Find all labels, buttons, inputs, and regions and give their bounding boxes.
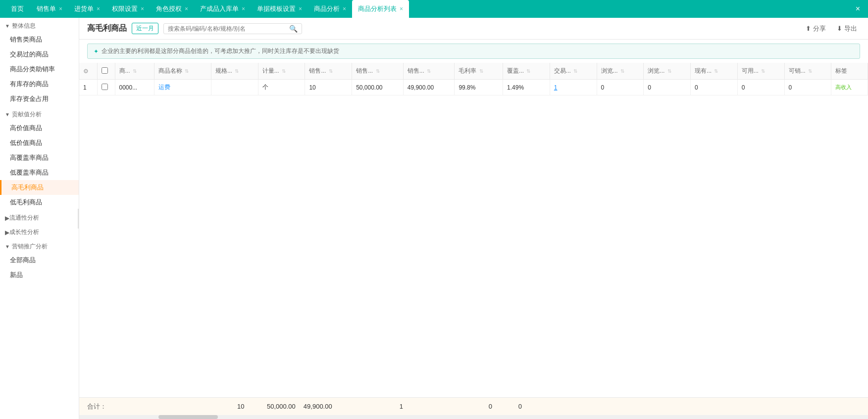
footer-current-stock: 0 xyxy=(485,403,514,410)
sidebar-item-low-freq[interactable]: 低覆盖率商品 xyxy=(0,165,79,180)
tab-permission-settings[interactable]: 权限设置 × xyxy=(106,0,150,18)
sidebar-group-flow-analysis[interactable]: ▶ 流通性分析 xyxy=(0,210,79,224)
sales-qty-cell: 10 xyxy=(305,80,352,95)
row-index-cell: 1 xyxy=(79,80,97,95)
sort-icon-11[interactable]: ⇅ xyxy=(620,68,624,74)
tab-product-analysis[interactable]: 商品分析 × xyxy=(308,0,352,18)
available-col-header: 可用... ⇅ xyxy=(737,63,784,80)
sidebar-item-low-margin[interactable]: 低毛利商品 xyxy=(0,195,79,210)
tab-role-permission[interactable]: 角色授权 × xyxy=(150,0,194,18)
sidebar-item-high-freq[interactable]: 高覆盖率商品 xyxy=(0,150,79,165)
close-purchase-tab[interactable]: × xyxy=(97,5,100,12)
sales-amount-cell: 50,000.00 xyxy=(352,80,404,95)
tag-col-header: 标签 xyxy=(831,63,868,80)
sort-icon-5[interactable]: ⇅ xyxy=(329,68,333,74)
saleable-cell: 0 xyxy=(784,80,831,95)
table-header-row: ⚙ 商... ⇅ 商品名称 ⇅ xyxy=(79,63,868,80)
sidebar-item-low-value[interactable]: 低价值商品 xyxy=(0,136,79,150)
page-title: 高毛利商品 xyxy=(87,23,127,34)
high-income-tag: 高收入 xyxy=(835,84,852,90)
sales-cost-cell: 49,900.00 xyxy=(403,80,455,95)
tab-purchase[interactable]: 进货单 × xyxy=(68,0,106,18)
sidebar-group-financial-analysis[interactable]: ▼ 贡献值分析 xyxy=(0,106,79,121)
footer-summary: 合计： 10 50,000.00 49,900.00 1 0 0 xyxy=(79,397,868,415)
sort-icon-10[interactable]: ⇅ xyxy=(573,68,577,74)
close-window-button[interactable]: × xyxy=(852,4,864,13)
sort-icon-3[interactable]: ⇅ xyxy=(235,68,239,74)
sidebar-item-all-goods[interactable]: 全部商品 xyxy=(0,253,79,268)
footer-label: 合计： xyxy=(87,402,106,411)
checkbox-col-header[interactable] xyxy=(97,63,115,80)
share-button[interactable]: ⬆ 分享 xyxy=(803,23,829,34)
sidebar-item-goods-contribution[interactable]: 商品分类助销率 xyxy=(0,62,79,77)
content-header: 高毛利商品 近一月 🔍 ⬆ 分享 ⬇ 导出 xyxy=(79,18,868,40)
sidebar-item-new-goods[interactable]: 新品 xyxy=(0,268,79,282)
sort-icon-13[interactable]: ⇅ xyxy=(714,68,718,74)
row-checkbox[interactable] xyxy=(102,84,108,90)
sidebar-group-growth-analysis[interactable]: ▶ 成长性分析 xyxy=(0,224,79,238)
settings-icon[interactable]: ⚙ xyxy=(83,68,89,75)
tab-sales[interactable]: 销售单 × xyxy=(31,0,68,18)
sort-icon-8[interactable]: ⇅ xyxy=(479,68,483,74)
sidebar-item-goods-in-stock[interactable]: 有库存的商品 xyxy=(0,77,79,92)
export-button[interactable]: ⬇ 导出 xyxy=(834,23,860,34)
search-icon[interactable]: 🔍 xyxy=(289,25,298,33)
expand-arrow-icon-2: ▼ xyxy=(5,112,10,117)
sort-icon-6[interactable]: ⇅ xyxy=(376,68,380,74)
sidebar-item-traded-goods[interactable]: 交易过的商品 xyxy=(0,47,79,62)
row-checkbox-cell[interactable] xyxy=(97,80,115,95)
scrollbar-thumb[interactable] xyxy=(158,415,218,419)
star-icon: ✦ xyxy=(94,48,99,55)
spec-cell xyxy=(211,80,258,95)
goods-name-cell[interactable]: 运费 xyxy=(154,80,211,95)
settings-col-header[interactable]: ⚙ xyxy=(79,63,97,80)
sidebar-item-high-margin[interactable]: 高毛利商品 xyxy=(0,180,79,195)
transaction-col-header: 交易... ⇅ xyxy=(550,63,597,80)
sort-icon[interactable]: ⇅ xyxy=(133,68,137,74)
footer-available: 0 xyxy=(514,403,544,410)
main-layout: « ▼ 整体信息 销售类商品 交易过的商品 商品分类助销率 有库存的商品 库存资… xyxy=(0,18,868,419)
footer-transaction: 1 xyxy=(396,403,425,410)
footer-sales-qty: 10 xyxy=(233,403,263,410)
close-inbound-tab[interactable]: × xyxy=(242,5,245,12)
sort-icon-15[interactable]: ⇅ xyxy=(808,68,812,74)
tab-template-settings[interactable]: 单据模板设置 × xyxy=(251,0,308,18)
sidebar-item-stock-fund[interactable]: 库存资金占用 xyxy=(0,92,79,106)
close-template-tab[interactable]: × xyxy=(299,5,302,12)
current-stock-cell: 0 xyxy=(691,80,738,95)
close-sales-tab[interactable]: × xyxy=(59,5,62,12)
sidebar-collapse-button[interactable]: « xyxy=(78,209,79,229)
tab-product-analysis-list[interactable]: 商品分析列表 × xyxy=(352,0,409,18)
sort-icon-4[interactable]: ⇅ xyxy=(282,68,286,74)
tab-home[interactable]: 首页 xyxy=(4,0,31,18)
expand-arrow-icon-5: ▼ xyxy=(5,244,10,249)
horizontal-scrollbar[interactable] xyxy=(79,415,868,419)
spec-col-header: 规格... ⇅ xyxy=(211,63,258,80)
table-container: ⚙ 商... ⇅ 商品名称 ⇅ xyxy=(79,63,868,397)
footer-margin-rate xyxy=(336,403,366,410)
close-role-tab[interactable]: × xyxy=(185,5,188,12)
sort-icon-9[interactable]: ⇅ xyxy=(526,68,530,74)
sort-icon-2[interactable]: ⇅ xyxy=(185,68,189,74)
unit-col-header: 计量... ⇅ xyxy=(258,63,305,80)
select-all-checkbox[interactable] xyxy=(102,67,108,74)
goods-name-col-header: 商品名称 ⇅ xyxy=(154,63,211,80)
search-input[interactable] xyxy=(168,25,289,32)
tag-cell: 高收入 xyxy=(831,80,868,95)
sort-icon-12[interactable]: ⇅ xyxy=(667,68,671,74)
tab-product-inbound[interactable]: 产成品入库单 × xyxy=(194,0,251,18)
sidebar-group-marketing-analysis[interactable]: ▼ 营销推广分析 xyxy=(0,238,79,253)
time-filter-button[interactable]: 近一月 xyxy=(132,23,158,34)
sidebar-item-high-value[interactable]: 高价值商品 xyxy=(0,121,79,136)
sort-icon-7[interactable]: ⇅ xyxy=(427,68,431,74)
close-analysis-list-tab[interactable]: × xyxy=(400,5,403,12)
transaction-link[interactable]: 1 xyxy=(554,84,558,91)
footer-browse2 xyxy=(455,403,485,410)
table-row: 1 0000... 运费 个 10 50,000.00 49,900.00 99… xyxy=(79,80,868,95)
close-analysis-tab[interactable]: × xyxy=(343,5,346,12)
goods-code-col-header: 商... ⇅ xyxy=(115,63,154,80)
sidebar-item-sales-ranking[interactable]: 销售类商品 xyxy=(0,32,79,47)
close-permission-tab[interactable]: × xyxy=(141,5,144,12)
sort-icon-14[interactable]: ⇅ xyxy=(761,68,765,74)
sidebar-group-overall-info[interactable]: ▼ 整体信息 xyxy=(0,18,79,32)
